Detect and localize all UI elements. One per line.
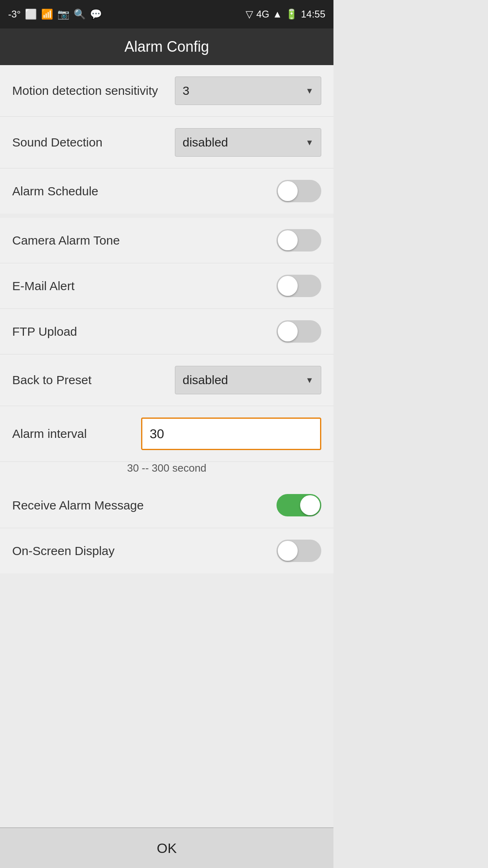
receive-alarm-message-toggle-knob (300, 495, 320, 515)
on-screen-display-label: On-Screen Display (12, 544, 277, 558)
ftp-upload-toggle[interactable] (277, 320, 321, 343)
status-bar-left: -3° ⬜ 📶 📷 🔍 💬 (8, 9, 102, 20)
alarm-schedule-toggle-container (277, 180, 321, 202)
section-alerts: Camera Alarm Tone E-Mail Alert FTP Uploa… (0, 218, 333, 573)
email-alert-toggle[interactable] (277, 275, 321, 297)
ftp-upload-toggle-container (277, 320, 321, 343)
section-detection: Motion detection sensitivity 3 ▼ Sound D… (0, 65, 333, 214)
camera-alarm-tone-toggle-container (277, 229, 321, 251)
sound-detection-value: disabled (183, 136, 228, 149)
wifi-icon: 📶 (41, 9, 53, 20)
back-to-preset-dropdown-arrow: ▼ (305, 376, 314, 385)
email-alert-label: E-Mail Alert (12, 279, 277, 293)
temperature-display: -3° (8, 9, 21, 20)
alarm-interval-label: Alarm interval (12, 427, 141, 441)
email-alert-toggle-container (277, 275, 321, 297)
network-type: 4G (256, 9, 269, 20)
alarm-interval-input[interactable] (141, 418, 321, 450)
message-icon: 💬 (90, 9, 102, 20)
status-bar-right: ▽ 4G ▲ 🔋 14:55 (246, 9, 325, 20)
on-screen-display-toggle-knob (278, 541, 298, 561)
alarm-schedule-toggle-knob (278, 181, 298, 201)
motion-detection-value: 3 (183, 84, 190, 98)
back-to-preset-row: Back to Preset disabled ▼ (0, 354, 333, 406)
content: Motion detection sensitivity 3 ▼ Sound D… (0, 65, 333, 827)
alarm-interval-hint: 30 -- 300 second (0, 462, 333, 483)
ftp-upload-row: FTP Upload (0, 309, 333, 354)
receive-alarm-message-toggle-container (277, 494, 321, 516)
battery-icon: 🔋 (285, 9, 298, 20)
camera-alarm-tone-label: Camera Alarm Tone (12, 234, 277, 247)
receive-alarm-message-row: Receive Alarm Message (0, 483, 333, 528)
motion-detection-label: Motion detection sensitivity (12, 84, 175, 98)
ftp-upload-label: FTP Upload (12, 325, 277, 339)
on-screen-display-toggle-container (277, 540, 321, 562)
camera-icon: 📷 (57, 9, 70, 20)
sound-detection-dropdown-arrow: ▼ (305, 138, 314, 147)
sound-detection-dropdown[interactable]: disabled ▼ (175, 128, 321, 157)
back-to-preset-label: Back to Preset (12, 373, 175, 387)
page-title: Alarm Config (124, 38, 209, 55)
email-alert-toggle-knob (278, 276, 298, 296)
alarm-schedule-toggle[interactable] (277, 180, 321, 202)
sound-detection-label: Sound Detection (12, 136, 175, 149)
motion-detection-dropdown[interactable]: 3 ▼ (175, 77, 321, 105)
time-display: 14:55 (301, 9, 325, 20)
ok-button[interactable]: OK (0, 828, 333, 868)
ftp-upload-toggle-knob (278, 321, 298, 341)
motion-detection-dropdown-arrow: ▼ (305, 86, 314, 96)
receive-alarm-message-label: Receive Alarm Message (12, 498, 277, 512)
camera-alarm-tone-row: Camera Alarm Tone (0, 218, 333, 263)
back-to-preset-dropdown[interactable]: disabled ▼ (175, 366, 321, 394)
receive-alarm-message-toggle[interactable] (277, 494, 321, 516)
sound-detection-row: Sound Detection disabled ▼ (0, 117, 333, 168)
alarm-schedule-label: Alarm Schedule (12, 184, 277, 198)
back-to-preset-value: disabled (183, 373, 228, 387)
image-icon: ⬜ (25, 9, 37, 20)
search-icon: 🔍 (74, 9, 86, 20)
alarm-interval-row: Alarm interval (0, 406, 333, 462)
motion-detection-row: Motion detection sensitivity 3 ▼ (0, 65, 333, 117)
camera-alarm-tone-toggle-knob (278, 230, 298, 250)
alarm-schedule-row: Alarm Schedule (0, 168, 333, 214)
on-screen-display-toggle[interactable] (277, 540, 321, 562)
status-bar: -3° ⬜ 📶 📷 🔍 💬 ▽ 4G ▲ 🔋 14:55 (0, 0, 333, 28)
on-screen-display-row: On-Screen Display (0, 528, 333, 573)
signal-icon: ▽ (246, 9, 253, 20)
camera-alarm-tone-toggle[interactable] (277, 229, 321, 251)
email-alert-row: E-Mail Alert (0, 263, 333, 309)
ok-section: OK (0, 827, 333, 868)
cell-signal-icon: ▲ (272, 9, 282, 20)
app-bar: Alarm Config (0, 28, 333, 65)
